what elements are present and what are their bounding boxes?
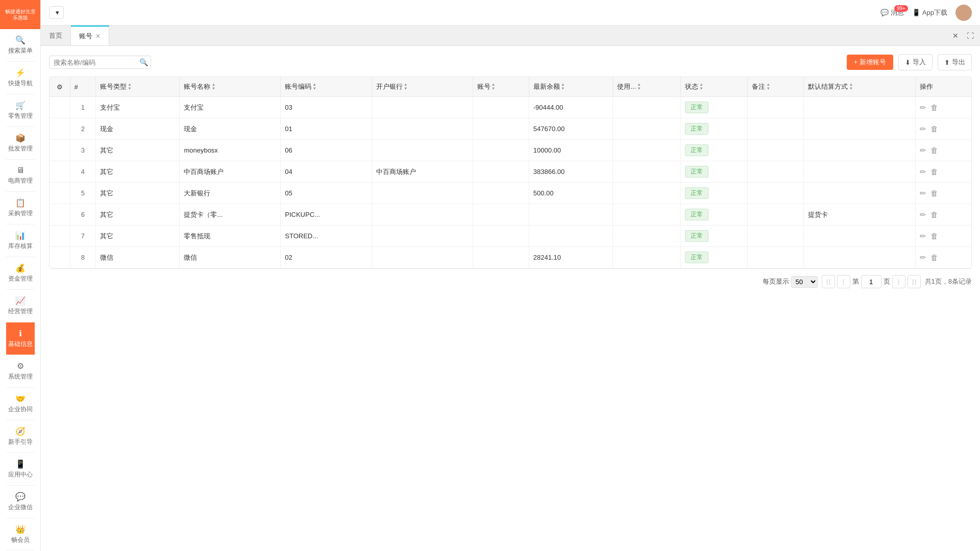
sort-type[interactable]: 账号类型▲▼ <box>100 82 132 91</box>
maximize-icon[interactable]: ⛶ <box>965 30 976 42</box>
edit-button[interactable]: ✏ <box>920 189 926 198</box>
sort-name[interactable]: 账号名称▲▼ <box>184 82 215 91</box>
sort-notes[interactable]: 备注▲▼ <box>752 82 770 91</box>
edit-button[interactable]: ✏ <box>920 146 926 155</box>
edit-button[interactable]: ✏ <box>920 124 926 134</box>
header-right: 💬 消息 99+ 📱 App下载 <box>880 5 972 21</box>
th-bank[interactable]: 开户银行▲▼ <box>372 77 473 97</box>
settings-icon[interactable]: ⚙ <box>57 83 63 91</box>
status-badge: 正常 <box>685 123 708 135</box>
table-row: 3其它moneybosx0610000.00正常 ✏ 🗑 <box>50 140 971 161</box>
tab-home[interactable]: 首页 <box>41 26 71 45</box>
td-name: 大新银行 <box>180 183 281 204</box>
close-tab-accounts[interactable]: ✕ <box>95 33 101 40</box>
td-num: 6 <box>70 204 95 226</box>
edit-button[interactable]: ✏ <box>920 103 926 112</box>
sidebar-item-wechat[interactable]: 💬企业微信 <box>6 486 35 518</box>
sidebar-label-wechat: 企业微信 <box>8 504 33 511</box>
sort-usage[interactable]: 使用...▲▼ <box>617 82 641 91</box>
inventory-icon: 📊 <box>8 231 33 240</box>
per-page-select[interactable]: 50 20 100 <box>791 276 818 288</box>
delete-button[interactable]: 🗑 <box>930 167 938 176</box>
th-name[interactable]: 账号名称▲▼ <box>180 77 281 97</box>
add-account-button[interactable]: + 新增账号 <box>847 55 893 70</box>
app-download-button[interactable]: 📱 App下载 <box>912 8 947 17</box>
page-suffix: 页 <box>884 277 890 286</box>
th-type[interactable]: 账号类型▲▼ <box>95 77 179 97</box>
th-account[interactable]: 账号▲▼ <box>473 77 529 97</box>
td-name: moneybosx <box>180 140 281 161</box>
delete-button[interactable]: 🗑 <box>930 253 938 262</box>
sidebar-item-agreement[interactable]: 🤝企业协同 <box>6 388 35 420</box>
th-balance[interactable]: 最新余额▲▼ <box>529 77 612 97</box>
operations-icon: 📈 <box>8 296 33 306</box>
company-dropdown[interactable]: ▾ <box>49 6 64 19</box>
sidebar-label-purchase: 采购管理 <box>8 210 33 217</box>
td-name: 提货卡（零... <box>180 204 281 226</box>
tab-accounts[interactable]: 账号✕ <box>71 26 109 45</box>
next-page-button[interactable]: ⟩ <box>892 275 905 288</box>
th-status[interactable]: 状态▲▼ <box>681 77 748 97</box>
import-button[interactable]: ⬇ 导入 <box>898 54 933 70</box>
sidebar-item-purchase[interactable]: 📋采购管理 <box>6 192 35 224</box>
edit-button[interactable]: ✏ <box>920 210 926 219</box>
delete-button[interactable]: 🗑 <box>930 146 938 155</box>
td-account <box>473 204 529 226</box>
th-code[interactable]: 账号编码▲▼ <box>281 77 372 97</box>
sort-balance[interactable]: 最新余额▲▼ <box>533 82 565 91</box>
td-account <box>473 161 529 183</box>
sidebar-item-quicknav[interactable]: ⚡快捷导航 <box>6 62 35 94</box>
content-area: 🔍 + 新增账号 ⬇ 导入 ⬆ 导出 ⚙#账号类型▲▼账号名称▲▼账号编码▲▼开… <box>41 46 980 551</box>
action-buttons: ✏ 🗑 <box>920 189 967 198</box>
edit-button[interactable]: ✏ <box>920 232 926 241</box>
delete-button[interactable]: 🗑 <box>930 189 938 197</box>
sidebar-item-basic[interactable]: ℹ基础信息 <box>6 322 35 355</box>
export-icon: ⬆ <box>944 59 950 66</box>
delete-button[interactable]: 🗑 <box>930 103 938 112</box>
td-bank: 中百商场账户 <box>372 161 473 183</box>
sidebar-item-wholesale[interactable]: 📦批发管理 <box>6 127 35 160</box>
messages-button[interactable]: 💬 消息 99+ <box>880 8 904 17</box>
edit-button[interactable]: ✏ <box>920 253 926 262</box>
td-status: 正常 <box>681 204 748 226</box>
sidebar-item-guide[interactable]: 🧭新手引导 <box>6 420 35 453</box>
td-bank <box>372 183 473 204</box>
tab-label-home: 首页 <box>49 31 62 40</box>
td-code: 01 <box>281 118 372 140</box>
prev-page-button[interactable]: ⟨ <box>837 275 850 288</box>
export-button[interactable]: ⬆ 导出 <box>938 54 972 70</box>
sort-status[interactable]: 状态▲▼ <box>685 82 703 91</box>
last-page-button[interactable]: ⟩⟩ <box>908 275 921 288</box>
th-notes[interactable]: 备注▲▼ <box>748 77 804 97</box>
delete-button[interactable]: 🗑 <box>930 210 938 219</box>
sidebar-item-ecommerce[interactable]: 🖥电商管理 <box>6 160 35 192</box>
sidebar-item-system[interactable]: ⚙系统管理 <box>6 355 35 388</box>
table-row: 1支付宝支付宝03-90444.00正常 ✏ 🗑 <box>50 97 971 118</box>
delete-button[interactable]: 🗑 <box>930 232 938 240</box>
sort-bank[interactable]: 开户银行▲▼ <box>376 82 408 91</box>
sidebar-item-search[interactable]: 🔍搜索菜单 <box>6 29 35 62</box>
first-page-button[interactable]: ⟨⟨ <box>822 275 835 288</box>
status-badge: 正常 <box>685 252 708 263</box>
sort-account[interactable]: 账号▲▼ <box>477 82 496 91</box>
delete-button[interactable]: 🗑 <box>930 124 938 133</box>
user-avatar[interactable] <box>955 5 972 21</box>
th-settlement[interactable]: 默认结算方式▲▼ <box>804 77 916 97</box>
th-usage[interactable]: 使用...▲▼ <box>613 77 681 97</box>
search-icon[interactable]: 🔍 <box>139 58 148 66</box>
sidebar-item-retail[interactable]: 🛒零售管理 <box>6 94 35 127</box>
search-input[interactable] <box>54 59 139 66</box>
td-actions: ✏ 🗑 <box>916 226 971 247</box>
sort-code[interactable]: 账号编码▲▼ <box>285 82 316 91</box>
page-input[interactable] <box>861 275 881 288</box>
sidebar-item-appcenter[interactable]: 📱应用中心 <box>6 453 35 486</box>
td-settlement <box>804 97 916 118</box>
sort-settlement[interactable]: 默认结算方式▲▼ <box>808 82 853 91</box>
sidebar-item-inventory[interactable]: 📊库存核算 <box>6 224 35 257</box>
toolbar-right: + 新增账号 ⬇ 导入 ⬆ 导出 <box>847 54 972 70</box>
sidebar-item-capital[interactable]: 💰资金管理 <box>6 257 35 290</box>
sidebar-item-operations[interactable]: 📈经营管理 <box>6 290 35 322</box>
sidebar-item-member[interactable]: 👑畅会员 <box>6 518 35 551</box>
edit-button[interactable]: ✏ <box>920 167 926 177</box>
close-tab-icon[interactable]: ✕ <box>950 30 961 42</box>
